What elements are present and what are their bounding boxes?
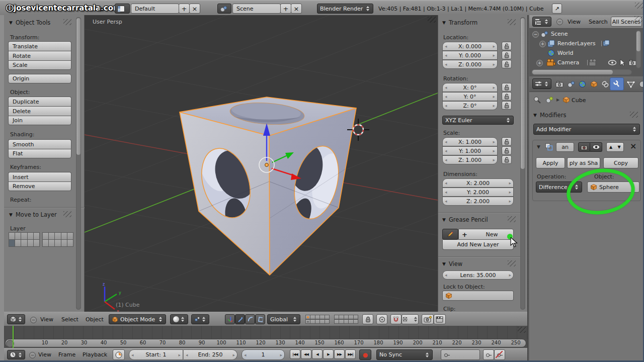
view-panel-header[interactable]: ▼ View	[442, 260, 462, 267]
frame-end-field[interactable]: End: 250	[183, 349, 237, 360]
origin-button[interactable]: Origin	[8, 74, 71, 83]
pin-icon[interactable]	[533, 96, 541, 104]
area-corner-grip[interactable]	[428, 17, 436, 23]
transform-panel-header[interactable]: ▼ Transform	[442, 19, 477, 26]
layer-toggle-cell[interactable]	[353, 315, 358, 319]
translate-button[interactable]: Translate	[8, 41, 71, 51]
panel-grip[interactable]	[508, 216, 516, 222]
window-popout-button[interactable]: ↗	[552, 4, 562, 14]
manipulator-translate-button[interactable]	[235, 314, 245, 324]
location-y-field[interactable]: Y: 0.000	[442, 51, 498, 60]
lock-rotation-z-button[interactable]	[502, 101, 512, 110]
corner-grip[interactable]	[635, 3, 643, 9]
tree-expand-icon[interactable]: +	[539, 41, 546, 47]
proportional-edit-button[interactable]	[376, 314, 387, 324]
tool-shelf-scrollbar[interactable]	[76, 17, 81, 310]
dimensions-y-field[interactable]: Y: 2.000	[442, 188, 514, 197]
viewport-layers-block2[interactable]	[334, 315, 358, 324]
lock-scale-z-button[interactable]	[502, 155, 512, 164]
tab-render-icon[interactable]	[555, 80, 564, 88]
snap-element-select[interactable]	[401, 314, 419, 324]
outliner-editor-type-button[interactable]	[532, 17, 551, 27]
area-corner-grip[interactable]	[518, 327, 526, 333]
timeline-view-menu[interactable]: View	[38, 351, 51, 358]
tab-data-icon[interactable]	[627, 80, 635, 88]
timeline-frame-menu[interactable]: Frame	[58, 351, 75, 358]
view-menu[interactable]: View	[40, 316, 53, 323]
modifier-copy-button[interactable]: Copy	[603, 157, 638, 168]
npanel-scrollbar[interactable]	[520, 17, 525, 310]
outliner-row-renderlayers[interactable]: + RenderLayers	[529, 39, 644, 48]
modifier-view-toggle[interactable]	[590, 142, 602, 152]
opengl-render-anim-button[interactable]	[434, 314, 446, 324]
use-preview-range-button[interactable]	[113, 349, 125, 360]
collapse-menus-button[interactable]: −	[556, 19, 563, 25]
move-to-layer-panel-header[interactable]: ▼ Move to Layer	[9, 211, 57, 218]
object-menu[interactable]: Object	[86, 316, 104, 323]
viewport-editor-type-button[interactable]	[7, 314, 25, 324]
panel-grip[interactable]	[63, 19, 71, 25]
current-frame-field[interactable]: 1	[242, 349, 285, 360]
tab-modifiers-active[interactable]	[610, 77, 624, 90]
outliner-view-menu[interactable]: View	[568, 19, 581, 25]
delete-button[interactable]: Delete	[8, 106, 71, 116]
manipulator-axes-button[interactable]	[225, 314, 235, 324]
play-reverse-button[interactable]: ◀	[312, 349, 323, 359]
pivot-point-select[interactable]	[191, 314, 209, 324]
lock-scale-x-button[interactable]	[502, 137, 512, 146]
timeline-editor-type-button[interactable]	[7, 350, 25, 359]
frame-start-field[interactable]: Start: 1	[129, 349, 183, 360]
insert-keyframe-button[interactable]: Insert	[8, 172, 71, 182]
panel-grip[interactable]	[508, 260, 516, 266]
modifier-move-up-button[interactable]: ▲	[606, 142, 615, 152]
next-keyframe-button[interactable]: ▶▶	[334, 349, 345, 359]
select-menu[interactable]: Select	[61, 316, 78, 323]
smooth-button[interactable]: Smooth	[8, 139, 71, 149]
timeline-area[interactable]: 1020304050607080901001101201301401501601…	[4, 326, 527, 348]
rotation-x-field[interactable]: X: 0°	[442, 83, 498, 92]
location-x-field[interactable]: X: 0.000	[442, 42, 498, 51]
tab-scene-icon[interactable]	[567, 80, 575, 88]
layer-toggle-cell[interactable]	[325, 319, 330, 324]
add-modifier-select[interactable]: Add Modifier	[533, 124, 640, 135]
layer-toggle-cell[interactable]	[33, 239, 40, 247]
rotation-mode-select[interactable]: XYZ Euler	[442, 116, 514, 125]
jump-to-end-button[interactable]: ▶▶|	[345, 349, 356, 359]
grease-pencil-draw-button[interactable]	[442, 229, 458, 240]
collapse-menus-button[interactable]: −	[29, 352, 36, 358]
viewport-layers-block1[interactable]	[305, 315, 329, 324]
delete-keyframes-button[interactable]	[494, 349, 505, 360]
modifier-apply-button[interactable]: Apply	[536, 157, 565, 168]
outliner-row-scene[interactable]: − Scene	[529, 29, 644, 39]
join-button[interactable]: Join	[8, 116, 71, 125]
visibility-eye-icon[interactable]	[608, 59, 617, 66]
viewport-3d[interactable]: z y x User Persp (1) Cube	[85, 15, 438, 312]
panel-grip[interactable]	[508, 19, 516, 25]
tab-object-icon[interactable]	[590, 80, 598, 88]
object-tools-panel-header[interactable]: ▼ Object Tools	[9, 19, 50, 26]
grease-pencil-new-button[interactable]: + New	[458, 229, 514, 240]
location-z-field[interactable]: Z: 0.000	[442, 60, 498, 69]
jump-to-start-button[interactable]: |◀◀	[290, 349, 300, 359]
remove-keyframe-button[interactable]: Remove	[8, 182, 71, 191]
scale-x-field[interactable]: X: 1.000	[442, 137, 498, 146]
add-scene-button[interactable]: +	[280, 4, 291, 14]
cube-object[interactable]	[180, 97, 356, 275]
area-corner-grip[interactable]	[634, 16, 642, 22]
layer-toggle-cell[interactable]	[67, 232, 73, 240]
delete-layout-button[interactable]: ×	[189, 4, 200, 14]
grease-pencil-panel-header[interactable]: ▼ Grease Pencil	[442, 216, 488, 223]
collapse-menus-button[interactable]: −	[30, 317, 37, 323]
layer-toggle-cell[interactable]	[33, 232, 40, 240]
modifier-render-toggle[interactable]	[578, 142, 590, 152]
layer-toggle-cell[interactable]	[325, 315, 330, 319]
scrollbar-thumb[interactable]	[532, 70, 613, 74]
opengl-render-button[interactable]	[422, 314, 434, 324]
scale-z-field[interactable]: Z: 1.000	[442, 155, 498, 164]
modifier-delete-button[interactable]: ×	[630, 141, 636, 151]
help-menu-remnant[interactable]: lp	[99, 6, 104, 12]
outliner-vscrollbar[interactable]	[636, 30, 641, 68]
dimensions-z-field[interactable]: Z: 2.000	[442, 197, 514, 206]
outliner-row-camera[interactable]: + Camera	[529, 58, 644, 67]
layer-toggle-cell[interactable]	[353, 319, 358, 324]
